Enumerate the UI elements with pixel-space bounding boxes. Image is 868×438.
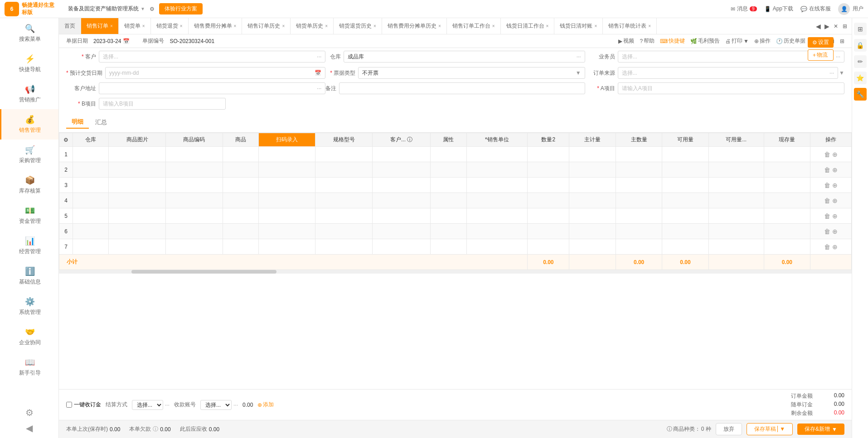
tab-cost-split[interactable]: 销售费用分摊单 × [189, 18, 242, 34]
right-btn-5[interactable]: 🔧 [854, 88, 867, 101]
profit-btn[interactable]: 🌿 毛利预告 [690, 37, 720, 45]
row-1-warehouse[interactable] [73, 147, 109, 162]
row-1-scan[interactable] [258, 147, 315, 162]
row-1-image[interactable] [109, 147, 166, 162]
row-1-delete-icon[interactable]: 🗑 [824, 151, 830, 158]
tab-close-sales-order[interactable]: × [110, 24, 113, 29]
tab-return-history[interactable]: 销货退货历史 × [334, 18, 382, 34]
address-input[interactable]: ··· [99, 82, 325, 94]
payment-method-select[interactable]: 选择... [132, 400, 163, 410]
sidebar-item-management[interactable]: 📊 经营管理 [0, 231, 58, 261]
horizontal-scrollbar[interactable] [59, 270, 852, 274]
tab-close-cost[interactable]: × [234, 24, 237, 29]
right-btn-1[interactable]: ⊞ [854, 23, 867, 35]
receipt-account-select[interactable]: 选择... [200, 400, 232, 410]
tab-close-cost-history[interactable]: × [438, 24, 441, 29]
tab-next-icon[interactable]: ▶ [823, 23, 831, 30]
tab-close-return[interactable]: × [180, 24, 183, 29]
row-1-avail2[interactable] [708, 147, 764, 162]
sidebar-item-stock[interactable]: 📦 库存核算 [0, 170, 58, 200]
add-btn[interactable]: ⊕ 添加 [257, 401, 274, 409]
warehouse-input[interactable]: 成品库 ··· [344, 51, 585, 63]
row-1-code[interactable] [165, 147, 223, 162]
sidebar-collapse-icon[interactable]: ◀ [26, 423, 33, 433]
tab-order-stats[interactable]: 销售订单统计表 × [603, 18, 657, 34]
operations-btn[interactable]: ⊕ 操作 [754, 37, 771, 45]
row-2-warehouse[interactable] [73, 162, 109, 178]
order-source-input[interactable]: 选择... ··· [618, 67, 838, 79]
tab-close-daily-workbench[interactable]: × [546, 24, 549, 29]
tab-close-daily-reconcile[interactable]: × [594, 24, 597, 29]
user-menu[interactable]: 👤 用户 [838, 3, 863, 15]
row-1-qty2[interactable] [528, 147, 569, 162]
note-input[interactable] [339, 82, 585, 94]
row-1-product[interactable] [223, 147, 258, 162]
tab-close-goods[interactable]: × [142, 24, 145, 29]
tab-cost-history[interactable]: 销售费用分摊单历史 × [382, 18, 447, 34]
row-1-unit[interactable] [466, 147, 528, 162]
industry-btn[interactable]: 体验行业方案 [159, 3, 203, 14]
tab-more-icon[interactable]: ✕ [832, 23, 840, 29]
delivery-calendar-icon[interactable]: 📅 [315, 70, 321, 76]
tab-close-return-history[interactable]: × [373, 24, 376, 29]
invoice-type-select[interactable]: 不开票 ▼ [358, 67, 585, 79]
row-5-delete-icon[interactable]: 🗑 [824, 212, 830, 220]
row-1-copy-icon[interactable]: ⊕ [832, 151, 838, 158]
discard-btn[interactable]: 放弃 [716, 423, 742, 435]
tab-close-order-history[interactable]: × [282, 24, 285, 29]
row-1-current[interactable] [764, 147, 810, 162]
tab-summary[interactable]: 汇总 [90, 116, 112, 128]
tab-sales-goods[interactable]: 销货单 × [119, 18, 151, 34]
row-1-cust-attr[interactable] [373, 147, 431, 162]
delivery-date-input[interactable]: yyyy-mm-dd 📅 [105, 67, 325, 79]
sidebar-item-marketing[interactable]: 📢 营销推广 [0, 79, 58, 109]
sidebar-item-system[interactable]: ⚙️ 系统管理 [0, 291, 58, 322]
calendar-icon[interactable]: 📅 [123, 38, 130, 44]
row-4-copy-icon[interactable]: ⊕ [832, 197, 838, 204]
tab-close-order-stats[interactable]: × [648, 24, 651, 29]
tab-daily-reconcile[interactable]: 钱货日清对账 × [554, 18, 603, 34]
app-download-btn[interactable]: 📱 App下载 [764, 5, 793, 13]
tab-close-order-workbench[interactable]: × [492, 24, 495, 29]
customer-input[interactable]: 选择... ··· [99, 51, 325, 63]
row-2-copy-icon[interactable]: ⊕ [832, 166, 838, 173]
row-1-main-qty[interactable] [616, 147, 662, 162]
tab-sales-return[interactable]: 销货退货 × [151, 18, 189, 34]
sidebar-item-search[interactable]: 🔍 搜索菜单 [0, 18, 58, 48]
row-1-main-unit[interactable] [569, 147, 616, 162]
material-btn[interactable]: + 物流 [808, 49, 834, 61]
col-scan[interactable]: 扫码录入 [258, 133, 315, 147]
tab-sales-order[interactable]: 销售订单 × [81, 18, 119, 34]
sidebar-item-quicknav[interactable]: ⚡ 快捷导航 [0, 48, 58, 79]
tab-order-history[interactable]: 销售订单历史 × [242, 18, 291, 34]
sidebar-item-sales[interactable]: 💰 销售管理 [0, 109, 58, 140]
view-btn[interactable]: ▶ 视频 [618, 37, 634, 45]
one-click-checkbox[interactable]: 一键收订金 [66, 401, 101, 409]
row-1-avail[interactable] [662, 147, 708, 162]
sidebar-item-collab[interactable]: 🤝 企业协同 [0, 322, 58, 352]
row-6-delete-icon[interactable]: 🗑 [824, 228, 830, 235]
save-draft-arrow[interactable]: ▼ [777, 426, 785, 432]
history-btn[interactable]: 🕐 历史单据 [776, 37, 805, 45]
row-6-copy-icon[interactable]: ⊕ [832, 228, 838, 235]
shortcut-btn[interactable]: ⌨ 快捷键 [660, 37, 685, 45]
sidebar-item-basic[interactable]: ℹ️ 基础信息 [0, 261, 58, 291]
row-5-copy-icon[interactable]: ⊕ [832, 212, 838, 220]
row-2-delete-icon[interactable]: 🗑 [824, 166, 830, 173]
tab-home[interactable]: 首页 [59, 18, 81, 34]
row-4-delete-icon[interactable]: 🗑 [824, 197, 830, 204]
save-draft-btn[interactable]: 保存草稿 ▼ [747, 423, 793, 435]
sidebar-item-guide[interactable]: 📖 新手引导 [0, 352, 58, 382]
b-project-input[interactable]: 请输入B项目 [99, 98, 226, 110]
table-container[interactable]: ⚙ 仓库 商品图片 商品编码 商品 扫码录入 规格型号 客户... ⓘ 属性 *… [59, 133, 852, 389]
gear-icon[interactable]: ⚙ [150, 6, 155, 12]
tab-daily-workbench[interactable]: 钱货日清工作台 × [501, 18, 555, 34]
online-service-btn[interactable]: 💬 在线客服 [800, 5, 831, 13]
sidebar-settings-icon[interactable]: ⚙ [25, 407, 34, 418]
save-new-btn[interactable]: 保存&新增 ▼ [797, 424, 844, 435]
sidebar-item-finance[interactable]: 💵 资金管理 [0, 200, 58, 231]
tab-close-goods-history[interactable]: × [325, 24, 328, 29]
tab-prev-icon[interactable]: ◀ [815, 23, 822, 30]
right-btn-4[interactable]: ⭐ [854, 72, 867, 84]
row-1-spec[interactable] [315, 147, 373, 162]
